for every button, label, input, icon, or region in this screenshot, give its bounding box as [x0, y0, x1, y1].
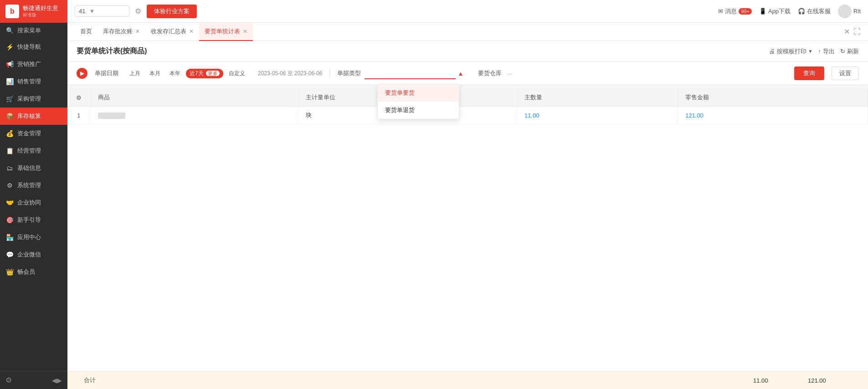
- app-download-item[interactable]: 📱 App下载: [759, 7, 791, 15]
- warehouse-more-icon[interactable]: ···: [507, 70, 512, 77]
- summary-amount: 121.00: [804, 377, 859, 384]
- print-action[interactable]: 🖨 按模板打印 ▼: [769, 47, 813, 56]
- user-info[interactable]: Rit: [838, 5, 861, 18]
- sidebar-item-member[interactable]: 👑 畅会员: [0, 263, 67, 281]
- type-filter-label: 单据类型: [337, 69, 361, 77]
- summary-bar: 合计 11.00 121.00: [67, 371, 868, 389]
- type-input-wrap: ▲: [365, 68, 463, 79]
- td-product: [90, 107, 298, 124]
- purchase-icon: 🛒: [5, 95, 14, 103]
- sidebar-collapse-icon[interactable]: ◀▶: [52, 377, 62, 384]
- date-prev-month[interactable]: 上月: [126, 68, 144, 79]
- basic-icon: 🗂: [5, 164, 14, 172]
- sidebar-item-guide[interactable]: 🎯 新手引导: [0, 211, 67, 229]
- app-download-icon: 📱: [759, 8, 766, 15]
- sidebar-item-weixin[interactable]: 💬 企业微信: [0, 246, 67, 263]
- tab-batch[interactable]: 库存批次账 ✕: [98, 23, 145, 41]
- guide-icon: 🎯: [5, 216, 14, 224]
- sidebar-item-basic[interactable]: 🗂 基础信息: [0, 159, 67, 177]
- sidebar-search[interactable]: 🔍 搜索菜单: [0, 23, 67, 38]
- print-icon: 🖨: [769, 48, 775, 55]
- filter-warehouse-section: 要货仓库 ···: [478, 69, 512, 77]
- dropdown-item-return[interactable]: 要货单退货: [378, 102, 459, 119]
- tabbar: 首页 库存批次账 ✕ 收发存汇总表 ✕ 要货单统计表 ✕ ✕ ⛶: [67, 23, 868, 41]
- filter-type-section: 单据类型 ▲: [337, 68, 463, 79]
- tab-batch-close[interactable]: ✕: [135, 28, 140, 35]
- td-amount[interactable]: 121.00: [678, 107, 868, 124]
- topbar: 41 ▼ ⚙ 体验行业方案 ✉ 消息 99+ 📱 App下载 🎧 在线客服 R: [67, 0, 868, 23]
- sidebar-item-appstore[interactable]: 🏪 应用中心: [0, 229, 67, 246]
- table-row: 1 块 11.00 121.00: [67, 107, 868, 124]
- sidebar-settings-icon[interactable]: ⚙: [5, 376, 12, 384]
- date-buttons: 上月 本月 本年 近7天 更多 自定义: [126, 68, 249, 79]
- th-product: 商品: [90, 89, 298, 107]
- th-quantity: 主数量: [517, 89, 678, 107]
- type-chevron-up-icon[interactable]: ▲: [457, 70, 463, 77]
- sidebar-item-marketing[interactable]: 📢 营销推广: [0, 56, 67, 73]
- sidebar-item-operations[interactable]: 📋 经营管理: [0, 142, 67, 159]
- filter-expand-btn[interactable]: ▶: [77, 68, 87, 79]
- date-filter-label: 单据日期: [95, 69, 118, 77]
- dropdown-item-order[interactable]: 要货单要货: [378, 84, 459, 102]
- weixin-icon: 💬: [5, 251, 14, 259]
- marketing-icon: 📢: [5, 60, 14, 68]
- table-area: ⚙ 商品 主计量单位 主数量 零售金额 1 块: [67, 89, 868, 371]
- sidebar-item-inventory[interactable]: 📦 库存核算: [0, 107, 67, 125]
- product-name-blurred: [98, 113, 125, 119]
- summary-label: 合计: [77, 376, 96, 384]
- sidebar: b 畅捷通好生意 标准版 🔍 搜索菜单 ⚡ 快捷导航 📢 营销推广 📊 销售管理…: [0, 0, 67, 389]
- topbar-left: 41 ▼ ⚙ 体验行业方案: [75, 5, 197, 18]
- headset-icon: 🎧: [798, 8, 805, 15]
- date-range-display: 2023-05-06 至 2023-06-06: [258, 70, 322, 77]
- warehouse-filter-label: 要货仓库: [478, 69, 502, 77]
- topbar-gear-icon[interactable]: ⚙: [135, 7, 141, 15]
- appstore-icon: 🏪: [5, 233, 14, 241]
- sidebar-item-quick-nav[interactable]: ⚡ 快捷导航: [0, 38, 67, 56]
- filter-bar: ▶ 单据日期 上月 本月 本年 近7天 更多 自定义 2023-05-06 至 …: [67, 62, 868, 85]
- sidebar-item-finance[interactable]: 💰 资金管理: [0, 125, 67, 142]
- refresh-icon: ↻: [840, 48, 845, 55]
- sidebar-item-sales[interactable]: 📊 销售管理: [0, 73, 67, 90]
- refresh-action[interactable]: ↻ 刷新: [840, 47, 859, 56]
- filter-separator: [329, 69, 330, 78]
- settings-button[interactable]: 设置: [832, 67, 859, 80]
- sidebar-item-enterprise[interactable]: 🤝 企业协同: [0, 194, 67, 211]
- tabbar-actions: ✕ ⛶: [844, 27, 861, 36]
- export-action[interactable]: ↑ 导出: [818, 47, 835, 56]
- sidebar-item-purchase[interactable]: 🛒 采购管理: [0, 90, 67, 107]
- date-more-badge: 更多: [206, 71, 220, 76]
- date-custom[interactable]: 自定义: [225, 68, 249, 79]
- notification-icon: ✉: [718, 8, 723, 15]
- tab-close-all-icon[interactable]: ✕: [844, 27, 850, 36]
- type-dropdown: 要货单要货 要货单退货: [377, 84, 459, 119]
- type-filter-input[interactable]: [365, 68, 456, 79]
- sidebar-item-system[interactable]: ⚙ 系统管理: [0, 177, 67, 194]
- username-label: Rit: [853, 8, 861, 15]
- tab-summary-close[interactable]: ✕: [189, 28, 194, 35]
- main-content: 41 ▼ ⚙ 体验行业方案 ✉ 消息 99+ 📱 App下载 🎧 在线客服 R: [67, 0, 868, 389]
- enterprise-icon: 🤝: [5, 199, 14, 207]
- tab-home[interactable]: 首页: [75, 23, 98, 41]
- company-selector[interactable]: 41 ▼: [75, 5, 129, 17]
- export-icon: ↑: [818, 48, 822, 55]
- quick-nav-icon: ⚡: [5, 43, 14, 51]
- date-curr-year[interactable]: 本年: [166, 68, 184, 79]
- summary-quantity: 11.00: [750, 377, 804, 384]
- th-settings[interactable]: ⚙: [67, 89, 90, 107]
- td-quantity[interactable]: 11.00: [517, 107, 678, 124]
- date-7days[interactable]: 近7天 更多: [186, 69, 223, 78]
- th-amount: 零售金额: [678, 89, 868, 107]
- tab-requisition-close[interactable]: ✕: [243, 28, 247, 35]
- query-button[interactable]: 查询: [794, 67, 824, 80]
- tab-requisition[interactable]: 要货单统计表 ✕: [199, 23, 253, 41]
- online-service-item[interactable]: 🎧 在线客服: [798, 7, 831, 15]
- date-curr-month[interactable]: 本月: [146, 68, 164, 79]
- avatar: [838, 5, 852, 18]
- sales-icon: 📊: [5, 77, 14, 86]
- notification-item[interactable]: ✉ 消息 99+: [718, 7, 752, 15]
- tab-summary[interactable]: 收发存汇总表 ✕: [145, 23, 199, 41]
- topbar-right: ✉ 消息 99+ 📱 App下载 🎧 在线客服 Rit: [718, 5, 861, 18]
- tab-expand-icon[interactable]: ⛶: [853, 28, 861, 36]
- page-header: 要货单统计表(按商品) 🖨 按模板打印 ▼ ↑ 导出 ↻ 刷新: [67, 41, 868, 62]
- industry-btn[interactable]: 体验行业方案: [147, 5, 197, 18]
